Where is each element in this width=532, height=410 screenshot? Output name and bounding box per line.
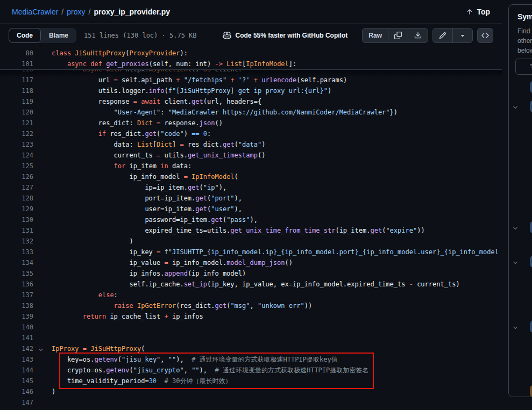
code-line: 119 response = await client.get(url, hea… — [0, 96, 502, 107]
code-line-text: res_dict: Dict = response.json() — [52, 118, 223, 128]
code-line-text: url = self.api_path + "/fetchips" + '?' … — [52, 75, 347, 85]
sticky-context-lines: 80class JiSuHttpProxy(ProxyProvider):101… — [0, 47, 502, 70]
line-number[interactable]: 142 — [0, 343, 33, 354]
line-number[interactable]: 117 — [0, 75, 33, 85]
code-line-text: for ip_item in data: — [52, 161, 191, 171]
symbol-list-item[interactable] — [509, 321, 532, 334]
code-line-text: ip_infos.append(ip_info_model) — [52, 268, 246, 279]
arrow-up-icon — [466, 8, 473, 16]
line-number[interactable]: 101 — [0, 59, 33, 69]
pencil-icon — [439, 32, 446, 39]
code-line: 118 utils.logger.info(f"[JiSuHttpProxy] … — [0, 85, 502, 96]
line-number[interactable]: 127 — [0, 182, 33, 193]
symbols-description-line: below — [517, 46, 532, 55]
symbol-kind-badge — [530, 321, 532, 333]
filter-icon — [530, 63, 532, 71]
line-number[interactable]: 143 — [0, 354, 33, 365]
symbol-kind-badge — [530, 385, 532, 397]
line-number[interactable]: 129 — [0, 204, 33, 214]
tab-blame[interactable]: Blame — [41, 28, 76, 43]
chevron-down-icon[interactable] — [512, 103, 519, 110]
symbols-description: Find other below — [517, 26, 532, 55]
symbols-panel-toggle-button[interactable] — [477, 28, 493, 43]
symbol-list-item[interactable] — [509, 81, 532, 94]
file-info-text: 151 lines (130 loc) · 5.75 KB — [84, 32, 197, 39]
line-number[interactable]: 140 — [0, 322, 33, 333]
code-line-text: expired_time_ts=utils.get_unix_time_from… — [52, 225, 425, 236]
code-area: 116 async with httpx.AsyncClient() as cl… — [0, 47, 502, 410]
line-number[interactable]: 144 — [0, 365, 33, 376]
file-view-container: MediaCrawler / proxy / proxy_ip_provider… — [0, 0, 502, 410]
edit-dropdown-button[interactable] — [452, 28, 472, 42]
line-number[interactable]: 125 — [0, 161, 33, 171]
code-line: 121 res_dict: Dict = response.json() — [0, 118, 502, 128]
line-number[interactable]: 80 — [0, 48, 33, 59]
chevron-down-icon — [459, 32, 466, 39]
symbol-list-item[interactable] — [509, 256, 532, 269]
code-line: 145 time_validity_period=30 # 30分钟（最长时效） — [0, 376, 502, 386]
line-number[interactable]: 130 — [0, 214, 33, 225]
line-number[interactable]: 118 — [0, 85, 33, 96]
code-line: 139 return ip_cache_list + ip_infos — [0, 311, 502, 322]
code-line: 144 crypto=os.getenv("jisu_crypto", ""),… — [0, 365, 502, 376]
line-number[interactable]: 124 — [0, 150, 33, 161]
line-number[interactable]: 135 — [0, 268, 33, 279]
line-number[interactable]: 121 — [0, 118, 33, 128]
line-number[interactable]: 138 — [0, 300, 33, 311]
code-line-text: response = await client.get(url, headers… — [52, 96, 261, 107]
code-line-text: time_validity_period=30 # 30分钟（最长时效） — [52, 376, 231, 386]
code-line: 120 "User-Agent": "MediaCrawler https://… — [0, 107, 502, 118]
line-number[interactable]: 139 — [0, 311, 33, 322]
code-line-text: else: — [52, 290, 118, 300]
code-line-text: password=ip_item.get("pass"), — [52, 214, 258, 225]
line-number[interactable]: 136 — [0, 279, 33, 290]
line-number[interactable]: 123 — [0, 139, 33, 150]
code-line-text: ip_info_model = IpInfoModel( — [52, 171, 238, 182]
symbol-list-item[interactable] — [509, 100, 532, 113]
file-header: MediaCrawler / proxy / proxy_ip_provider… — [0, 0, 502, 24]
line-number[interactable]: 147 — [0, 397, 33, 408]
raw-button[interactable]: Raw — [363, 28, 388, 42]
copilot-icon — [223, 31, 231, 40]
back-to-top-button[interactable]: Top — [466, 8, 490, 16]
code-line: 135 ip_infos.append(ip_info_model) — [0, 268, 502, 279]
chevron-down-icon[interactable] — [512, 323, 519, 330]
download-button[interactable] — [408, 28, 428, 42]
code-line-text: data: List[Dict] = res_dict.get("data") — [52, 139, 265, 150]
line-number[interactable]: 120 — [0, 107, 33, 118]
breadcrumb-file-name: proxy_ip_provider.py — [94, 8, 170, 16]
tab-code[interactable]: Code — [9, 28, 41, 43]
line-number[interactable]: 119 — [0, 96, 33, 107]
breadcrumb-repo-link[interactable]: MediaCrawler — [12, 8, 58, 16]
code-line-text: self.ip_cache.set_ip(ip_key, ip_value, e… — [52, 279, 460, 290]
code-line: 101 async def get_proxies(self, num: int… — [0, 59, 502, 69]
code-line-text: ) — [52, 236, 133, 247]
line-number[interactable]: 131 — [0, 225, 33, 236]
symbols-description-line: Find — [517, 26, 532, 36]
line-number[interactable]: 145 — [0, 376, 33, 386]
symbols-filter-input[interactable] — [515, 59, 532, 75]
line-number[interactable]: 133 — [0, 247, 33, 257]
line-number[interactable]: 137 — [0, 290, 33, 300]
line-number[interactable]: 126 — [0, 171, 33, 182]
symbols-heading: Sym — [517, 12, 532, 21]
code-line-text: async def get_proxies(self, num: int) ->… — [52, 59, 296, 69]
chevron-down-icon[interactable] — [512, 224, 519, 231]
copilot-banner-text: Code 55% faster with GitHub Copilot — [236, 32, 348, 39]
line-number[interactable]: 128 — [0, 193, 33, 204]
raw-actions-group: Raw — [362, 28, 428, 43]
line-number[interactable]: 134 — [0, 257, 33, 268]
line-number[interactable]: 141 — [0, 333, 33, 343]
symbol-list-item[interactable] — [509, 221, 532, 234]
chevron-down-icon[interactable] — [512, 258, 519, 265]
breadcrumb-folder-link[interactable]: proxy — [67, 8, 85, 16]
symbol-list-item[interactable] — [509, 385, 532, 397]
code-line-text: "User-Agent": "MediaCrawler https://gith… — [52, 107, 398, 118]
line-number[interactable]: 122 — [0, 128, 33, 139]
line-number[interactable]: 132 — [0, 236, 33, 247]
code-line: 117 url = self.api_path + "/fetchips" + … — [0, 75, 502, 85]
collapse-chevron-icon[interactable] — [38, 346, 44, 352]
line-number[interactable]: 146 — [0, 386, 33, 397]
edit-button[interactable] — [433, 28, 452, 42]
copy-button[interactable] — [388, 28, 408, 42]
